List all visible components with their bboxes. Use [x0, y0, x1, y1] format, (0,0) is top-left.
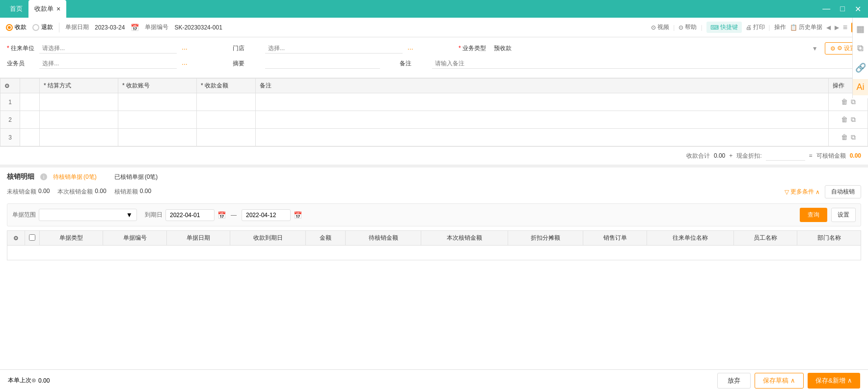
row-2-action-icons: 🗑 ⧉ — [833, 115, 864, 124]
bottom-col-settings[interactable]: ⚙ — [7, 231, 25, 246]
total-label: 收款合计 — [686, 152, 710, 160]
done-tab[interactable]: 已核销单据 (0笔) — [114, 173, 158, 181]
delete-icon-2[interactable]: 🗑 — [841, 115, 848, 124]
gear-icon: ⚙ — [830, 45, 836, 52]
row-1-settlement[interactable] — [40, 93, 118, 111]
panel-link-icon[interactable]: 🔗 — [855, 59, 866, 76]
salesman-more-icon[interactable]: ··· — [182, 60, 188, 68]
number-label: 单据编号 — [145, 23, 168, 31]
copy-icon-1[interactable]: ⧉ — [851, 98, 856, 106]
row-1-note[interactable] — [256, 93, 829, 111]
cal-to-icon[interactable]: 📅 — [294, 211, 302, 219]
row-2-note[interactable] — [256, 111, 829, 129]
salesman-label: 业务员 — [7, 59, 36, 68]
prev-icon[interactable]: ◀ — [826, 24, 831, 31]
bottom-table: ⚙ 单据类型 单据编号 单据日期 收款到期日 金额 待核销金额 本次核销金额 折… — [7, 230, 861, 260]
biz-type-dropdown-icon[interactable]: ▼ — [812, 45, 818, 52]
row-3-settlement[interactable] — [40, 129, 118, 146]
delete-icon-1[interactable]: 🗑 — [841, 98, 848, 106]
copy-icon-2[interactable]: ⧉ — [851, 115, 856, 124]
store-label: 门店 — [233, 44, 262, 53]
shortcut-btn[interactable]: ⌨ 快捷键 — [706, 22, 742, 33]
note-input[interactable] — [432, 58, 861, 69]
copy-icon-3[interactable]: ⧉ — [851, 133, 856, 141]
table-row: 3 🗑 ⧉ — [0, 129, 868, 146]
discount-label: 现金折扣: — [736, 152, 761, 160]
history-btn[interactable]: 📋 历史单据 — [790, 23, 822, 31]
partner-more-icon[interactable]: ··· — [182, 45, 188, 53]
panel-table-icon[interactable]: ▦ — [856, 21, 865, 37]
refund-radio[interactable]: 退款 — [32, 23, 53, 31]
row-2-settlement[interactable] — [40, 111, 118, 129]
discount-input[interactable] — [766, 151, 805, 161]
net-value: 0.00 — [850, 152, 861, 159]
pending-tab[interactable]: 待核销单据 (0笔) — [53, 173, 97, 181]
summary-input[interactable] — [265, 58, 380, 69]
date-label: 单据日期 — [65, 23, 89, 31]
bottom-col-dept: 部门名称 — [797, 231, 861, 246]
help-btn[interactable]: ⊙ 帮助 — [678, 23, 697, 31]
operate-btn[interactable]: 操作 — [774, 23, 786, 31]
tab-home[interactable]: 首页 — [4, 0, 28, 18]
store-more-icon[interactable]: ··· — [407, 45, 413, 53]
row-1-account[interactable] — [118, 93, 197, 111]
summary-field: 摘要 — [233, 58, 380, 69]
row-3-amount[interactable] — [197, 129, 256, 146]
salesman-field: 业务员 ··· — [7, 58, 213, 69]
hexiao-stats: 未核销金额 0.00 本次核销金额 0.00 核销差额 0.00 ▽ 更多条件 … — [7, 185, 861, 198]
filter-icon: ▽ — [785, 189, 789, 196]
calendar-icon[interactable]: 📅 — [131, 24, 139, 31]
panel-ai-icon[interactable]: Ai — [853, 79, 868, 95]
refund-label: 退款 — [41, 23, 53, 31]
close-icon[interactable]: × — [56, 5, 60, 13]
search-form: 单据范围 ▼ 到期日 📅 — 📅 查询 设置 — [7, 203, 861, 226]
delete-icon-3[interactable]: 🗑 — [841, 133, 848, 141]
panel-copy-icon[interactable]: ⧉ — [857, 40, 864, 56]
diff-value: 0.00 — [140, 188, 151, 196]
print-btn[interactable]: 🖨 打印 — [746, 23, 765, 31]
tab-current[interactable]: 收款单 × — [28, 0, 66, 18]
abandon-button[interactable]: 放弃 — [717, 373, 751, 389]
more-conditions-btn[interactable]: ▽ 更多条件 ∧ — [785, 188, 820, 196]
save-new-button[interactable]: 保存&新增 ∧ — [808, 373, 860, 389]
minimize-button[interactable]: — — [819, 3, 833, 15]
table-settings-icon[interactable]: ⚙ — [0, 79, 20, 93]
auto-cancel-btn[interactable]: 自动核销 — [825, 185, 861, 198]
due-date-label: 到期日 — [145, 211, 163, 219]
row-2-num: 2 — [0, 111, 20, 129]
close-window-button[interactable]: ✕ — [852, 3, 864, 15]
col-num-header — [20, 79, 40, 93]
row-1-amount[interactable] — [197, 93, 256, 111]
date-from-input[interactable] — [165, 209, 215, 221]
this-cancel-stat: 本次核销金额 0.00 — [57, 188, 106, 196]
maximize-button[interactable]: □ — [837, 3, 848, 15]
row-2-account[interactable] — [118, 111, 197, 129]
row-3-note[interactable] — [256, 129, 829, 146]
video-btn[interactable]: ⊙ 视频 — [651, 23, 669, 31]
form-row-2: 业务员 ··· 摘要 备注 — [7, 58, 861, 69]
row-1-empty1 — [20, 93, 40, 111]
next-icon[interactable]: ▶ — [835, 24, 839, 31]
range-dropdown[interactable]: ▼ — [39, 209, 137, 221]
salesman-input[interactable] — [39, 58, 177, 69]
partner-input[interactable] — [39, 43, 177, 54]
partner-label: 往来单位 — [7, 44, 36, 53]
receipt-radio[interactable]: 收款 — [6, 23, 27, 31]
tab-home-label: 首页 — [10, 4, 23, 13]
chevron-up-icon: ∧ — [815, 189, 820, 196]
search-settings-btn[interactable]: 设置 — [831, 208, 856, 222]
draft-button[interactable]: 保存草稿 ∧ — [755, 373, 804, 389]
cal-from-icon[interactable]: 📅 — [217, 211, 226, 219]
hexiao-info-icon[interactable]: i — [40, 173, 47, 180]
date-to-input[interactable] — [242, 209, 291, 221]
this-cancel-label: 本次核销金额 — [57, 188, 93, 196]
pending-count: (0笔) — [83, 173, 97, 181]
store-input[interactable] — [265, 43, 403, 54]
save-new-label: 保存&新增 — [815, 376, 845, 385]
select-all-checkbox[interactable] — [29, 234, 35, 241]
row-2-amount[interactable] — [197, 111, 256, 129]
list-view-icon[interactable]: ≡ — [843, 23, 847, 32]
row-3-account[interactable] — [118, 129, 197, 146]
query-button[interactable]: 查询 — [800, 208, 827, 222]
bottom-col-date: 单据日期 — [166, 231, 230, 246]
